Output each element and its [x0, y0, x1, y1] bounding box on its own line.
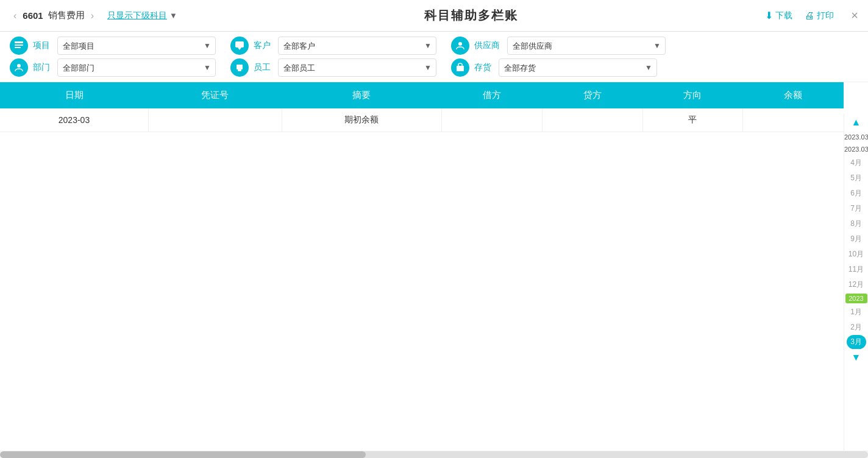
project-select-wrapper: 全部项目 ▼	[57, 37, 216, 55]
download-icon: ⬇	[765, 10, 773, 21]
timeline-up-btn[interactable]: ▲	[848, 114, 865, 131]
supplier-select-wrapper: 全部供应商 ▼	[507, 37, 666, 55]
col-balance: 余额	[743, 82, 844, 108]
svg-rect-3	[235, 41, 244, 48]
cell-credit	[542, 108, 642, 132]
supplier-label: 供应商	[474, 40, 500, 51]
project-label: 项目	[33, 40, 50, 51]
svg-point-5	[458, 42, 462, 46]
only-sub-dropdown-icon[interactable]: ▼	[169, 11, 177, 20]
print-icon: 🖨	[805, 10, 814, 21]
cell-direction: 平	[642, 108, 743, 132]
filter-row-1: 项目 全部项目 ▼ 客户 全部客户 ▼ 供应商	[10, 37, 858, 55]
timeline-item-6m[interactable]: 6月	[844, 186, 868, 201]
svg-rect-1	[15, 44, 23, 46]
employee-select[interactable]: 全部员工	[278, 58, 436, 77]
svg-marker-4	[238, 48, 241, 50]
prev-account-btn[interactable]: ‹	[10, 9, 20, 23]
timeline-item-7m[interactable]: 7月	[844, 201, 868, 216]
cell-balance	[743, 108, 844, 132]
cell-voucher	[148, 108, 282, 132]
inventory-label: 存货	[474, 62, 491, 73]
project-select[interactable]: 全部项目	[57, 37, 216, 55]
svg-rect-0	[15, 41, 23, 43]
timeline-item-9m[interactable]: 9月	[844, 231, 868, 247]
content-area: 日期 凭证号 摘要 借方 贷方 方向 余额 2023-03 期初余额	[0, 82, 868, 451]
svg-rect-7	[237, 65, 243, 69]
customer-icon	[230, 37, 249, 55]
timeline-item-11m[interactable]: 11月	[844, 262, 868, 277]
close-btn[interactable]: ×	[851, 9, 858, 23]
action-buttons: ⬇ 下载 🖨 打印 ×	[765, 9, 858, 23]
scroll-thumb	[0, 451, 366, 458]
main-window: ‹ 6601 销售费用 › 只显示下级科目 ▼ 科目辅助多栏账 ⬇ 下载 🖨 打…	[0, 0, 868, 458]
col-date: 日期	[0, 82, 148, 108]
print-btn[interactable]: 🖨 打印	[805, 10, 834, 21]
dept-icon	[10, 58, 28, 77]
timeline-item-5m[interactable]: 5月	[844, 171, 868, 186]
col-direction: 方向	[642, 82, 743, 108]
svg-rect-9	[457, 66, 464, 71]
col-summary: 摘要	[282, 82, 441, 108]
inventory-select[interactable]: 全部存货	[499, 58, 657, 77]
filter-row-2: 部门 全部部门 ▼ 员工 全部员工 ▼ 存货	[10, 58, 858, 77]
bottom-scrollbar[interactable]	[0, 451, 868, 458]
next-account-btn[interactable]: ›	[87, 9, 98, 23]
ledger-table: 日期 凭证号 摘要 借方 贷方 方向 余额 2023-03 期初余额	[0, 82, 844, 132]
timeline-item-1m[interactable]: 1月	[844, 305, 868, 320]
dept-label: 部门	[33, 62, 50, 73]
filter-section: 项目 全部项目 ▼ 客户 全部客户 ▼ 供应商	[0, 32, 868, 82]
customer-select[interactable]: 全部客户	[278, 37, 436, 55]
inventory-select-wrapper: 全部存货 ▼	[499, 58, 657, 77]
timeline-item-2m[interactable]: 2月	[844, 320, 868, 335]
table-header-row: 日期 凭证号 摘要 借方 贷方 方向 余额	[0, 82, 844, 108]
timeline-item-4m[interactable]: 4月	[844, 155, 868, 171]
table-row: 2023-03 期初余额 平	[0, 108, 844, 132]
timeline-item-0[interactable]: 2023.03	[844, 131, 868, 143]
table-container[interactable]: 日期 凭证号 摘要 借方 贷方 方向 余额 2023-03 期初余额	[0, 82, 844, 132]
timeline-panel: ▲ 2023.03 2023.03 4月 5月 6月 7月 8月 9月 10月 …	[844, 114, 868, 451]
svg-rect-8	[238, 69, 241, 71]
employee-select-wrapper: 全部员工 ▼	[278, 58, 436, 77]
employee-label: 员工	[254, 62, 271, 73]
timeline-item-3m-active[interactable]: 3月	[847, 335, 866, 349]
download-btn[interactable]: ⬇ 下载	[765, 10, 792, 21]
customer-label: 客户	[254, 40, 271, 51]
cell-summary: 期初余额	[282, 108, 441, 132]
customer-select-wrapper: 全部客户 ▼	[278, 37, 436, 55]
col-credit: 贷方	[542, 82, 642, 108]
page-title: 科目辅助多栏账	[177, 7, 765, 24]
timeline-item-1[interactable]: 2023.03	[844, 143, 868, 155]
print-label: 打印	[817, 10, 834, 21]
project-icon	[10, 37, 28, 55]
account-code: 6601	[23, 10, 43, 21]
supplier-select[interactable]: 全部供应商	[507, 37, 666, 55]
timeline-year-2023[interactable]: 2023	[845, 294, 867, 303]
timeline-item-8m[interactable]: 8月	[844, 216, 868, 231]
col-voucher: 凭证号	[148, 82, 282, 108]
download-label: 下载	[775, 10, 792, 21]
inventory-icon	[451, 58, 469, 77]
supplier-icon	[451, 37, 469, 55]
top-bar: ‹ 6601 销售费用 › 只显示下级科目 ▼ 科目辅助多栏账 ⬇ 下载 🖨 打…	[0, 0, 868, 32]
timeline-item-12m[interactable]: 12月	[844, 277, 868, 292]
cell-date: 2023-03	[0, 108, 148, 132]
employee-icon	[230, 58, 249, 77]
svg-point-6	[17, 64, 21, 68]
timeline-item-10m[interactable]: 10月	[844, 247, 868, 262]
timeline-down-btn[interactable]: ▼	[848, 349, 865, 366]
only-sub-label[interactable]: 只显示下级科目	[107, 10, 167, 21]
col-debit: 借方	[441, 82, 542, 108]
svg-rect-2	[15, 47, 21, 48]
scroll-track	[0, 451, 868, 458]
account-name: 销售费用	[48, 10, 85, 21]
dept-select-wrapper: 全部部门 ▼	[57, 58, 216, 77]
cell-debit	[441, 108, 542, 132]
dept-select[interactable]: 全部部门	[57, 58, 216, 77]
